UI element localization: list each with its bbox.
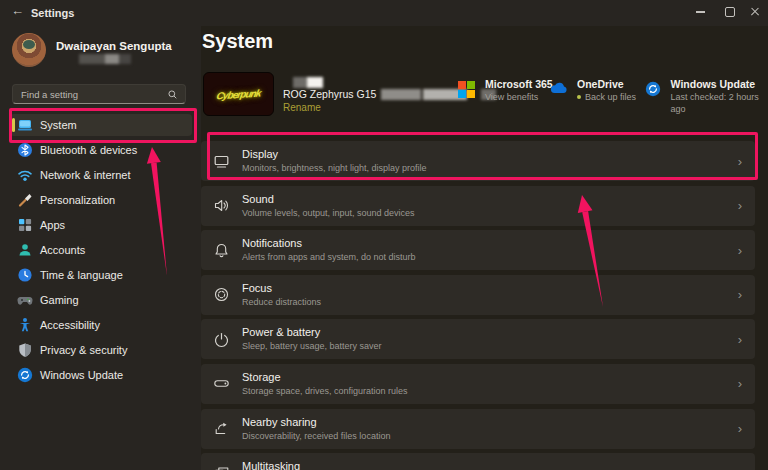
row-title: Multitasking — [242, 460, 725, 470]
multitasking-icon — [213, 465, 230, 470]
sidebar-item-label: Accessibility — [40, 319, 100, 331]
system-icon — [17, 117, 33, 133]
benefit-subtitle[interactable]: View benefits — [485, 91, 553, 103]
rename-link[interactable]: Rename — [283, 102, 321, 113]
back-arrow-icon[interactable]: ← — [11, 3, 24, 18]
main-content: System Cyberpunk ROG Zephyrus G15 Rename… — [201, 26, 768, 470]
sidebar-item-apps[interactable]: Apps — [10, 214, 192, 236]
settings-row-multitasking[interactable]: MultitaskingSnap windows, desktops, task… — [201, 453, 755, 470]
row-title: Power & battery — [242, 326, 725, 339]
gaming-icon — [17, 292, 33, 308]
sound-icon — [213, 197, 230, 214]
search-input[interactable] — [13, 89, 167, 100]
benefit-title: OneDrive — [577, 78, 636, 91]
cyberpunk-logo: Cyberpunk — [216, 87, 262, 101]
sidebar-item-label: System — [40, 119, 77, 131]
accessibility-icon — [17, 317, 33, 333]
device-wallpaper-thumbnail: Cyberpunk — [203, 72, 274, 116]
settings-row-power-battery[interactable]: Power & batterySleep, battery usage, bat… — [201, 319, 755, 359]
chevron-right-icon: › — [725, 421, 755, 436]
sidebar-item-label: Windows Update — [40, 369, 123, 381]
row-title: Notifications — [242, 237, 725, 250]
benefit-microsoft-365[interactable]: Microsoft 365View benefits — [458, 78, 553, 103]
sidebar-item-network-internet[interactable]: Network & internet — [10, 164, 192, 186]
sidebar: Dwaipayan Sengupta SystemBluetooth & dev… — [0, 26, 201, 470]
sidebar-item-gaming[interactable]: Gaming — [10, 289, 192, 311]
sidebar-item-label: Personalization — [40, 194, 115, 206]
settings-row-storage[interactable]: StorageStorage space, drives, configurat… — [201, 364, 755, 404]
privacy-icon — [17, 342, 33, 358]
minimize-button[interactable] — [684, 0, 716, 24]
row-subtitle: Discoverability, received files location — [242, 431, 725, 442]
sidebar-item-bluetooth-devices[interactable]: Bluetooth & devices — [10, 139, 192, 161]
benefit-subtitle[interactable]: Last checked: 2 hours ago — [671, 91, 768, 115]
benefit-subtitle[interactable]: Back up files — [577, 91, 636, 103]
windowsupdate-icon — [645, 81, 662, 99]
sidebar-item-system[interactable]: System — [10, 114, 192, 136]
row-subtitle: Storage space, drives, configuration rul… — [242, 386, 725, 397]
search-icon — [167, 89, 178, 100]
sidebar-nav: SystemBluetooth & devicesNetwork & inter… — [10, 114, 192, 389]
settings-row-nearby-sharing[interactable]: Nearby sharingDiscoverability, received … — [201, 409, 755, 449]
titlebar: ← Settings — [0, 0, 768, 26]
selection-indicator — [12, 118, 15, 132]
sidebar-item-personalization[interactable]: Personalization — [10, 189, 192, 211]
benefit-title: Microsoft 365 — [485, 78, 553, 91]
chevron-right-icon: › — [725, 154, 755, 169]
time-icon — [17, 267, 33, 283]
status-dot — [577, 95, 581, 99]
row-title: Nearby sharing — [242, 416, 725, 429]
sidebar-item-label: Privacy & security — [40, 344, 127, 356]
benefit-windows-update[interactable]: Windows UpdateLast checked: 2 hours ago — [645, 78, 768, 115]
sidebar-item-label: Gaming — [40, 294, 79, 306]
sidebar-item-label: Accounts — [40, 244, 85, 256]
device-model: ROG Zephyrus G15 — [283, 88, 376, 100]
row-subtitle: Sleep, battery usage, battery saver — [242, 341, 725, 352]
chevron-right-icon: › — [725, 466, 755, 470]
settings-row-display[interactable]: DisplayMonitors, brightness, night light… — [201, 141, 755, 181]
accounts-icon — [17, 242, 33, 258]
notifications-icon — [213, 242, 230, 259]
display-icon — [213, 153, 230, 170]
network-icon — [17, 167, 33, 183]
row-title: Focus — [242, 282, 725, 295]
settings-rows: DisplayMonitors, brightness, night light… — [201, 141, 755, 470]
avatar[interactable] — [12, 33, 46, 67]
sidebar-item-label: Apps — [40, 219, 65, 231]
power-icon — [213, 331, 230, 348]
sidebar-item-windows-update[interactable]: Windows Update — [10, 364, 192, 386]
row-subtitle: Reduce distractions — [242, 297, 725, 308]
minimize-icon — [696, 11, 705, 12]
chevron-right-icon: › — [725, 243, 755, 258]
chevron-right-icon: › — [725, 198, 755, 213]
sidebar-item-accounts[interactable]: Accounts — [10, 239, 192, 261]
row-title: Sound — [242, 193, 725, 206]
row-title: Display — [242, 148, 725, 161]
chevron-right-icon: › — [725, 287, 755, 302]
settings-row-notifications[interactable]: NotificationsAlerts from apps and system… — [201, 230, 755, 270]
sidebar-item-time-language[interactable]: Time & language — [10, 264, 192, 286]
bluetooth-icon — [17, 142, 33, 158]
search-box[interactable] — [12, 84, 186, 104]
chevron-right-icon: › — [725, 376, 755, 391]
sidebar-item-label: Network & internet — [40, 169, 130, 181]
settings-row-focus[interactable]: FocusReduce distractions› — [201, 275, 755, 315]
row-subtitle: Volume levels, output, input, sound devi… — [242, 208, 725, 219]
close-button[interactable] — [742, 0, 768, 24]
sidebar-item-privacy-security[interactable]: Privacy & security — [10, 339, 192, 361]
storage-icon — [213, 375, 230, 392]
onedrive-icon — [550, 81, 568, 99]
close-icon — [750, 7, 760, 17]
settings-row-sound[interactable]: SoundVolume levels, output, input, sound… — [201, 186, 755, 226]
profile-name: Dwaipayan Sengupta — [56, 40, 172, 52]
nearby-icon — [213, 420, 230, 437]
sidebar-item-accessibility[interactable]: Accessibility — [10, 314, 192, 336]
maximize-icon — [725, 7, 735, 17]
row-subtitle: Monitors, brightness, night light, displ… — [242, 163, 725, 174]
redacted-device-name — [293, 77, 323, 88]
benefit-onedrive[interactable]: OneDriveBack up files — [550, 78, 636, 103]
sidebar-item-label: Bluetooth & devices — [40, 144, 137, 156]
page-title: System — [202, 30, 273, 53]
redacted-email — [79, 54, 131, 64]
apps-icon — [17, 217, 33, 233]
